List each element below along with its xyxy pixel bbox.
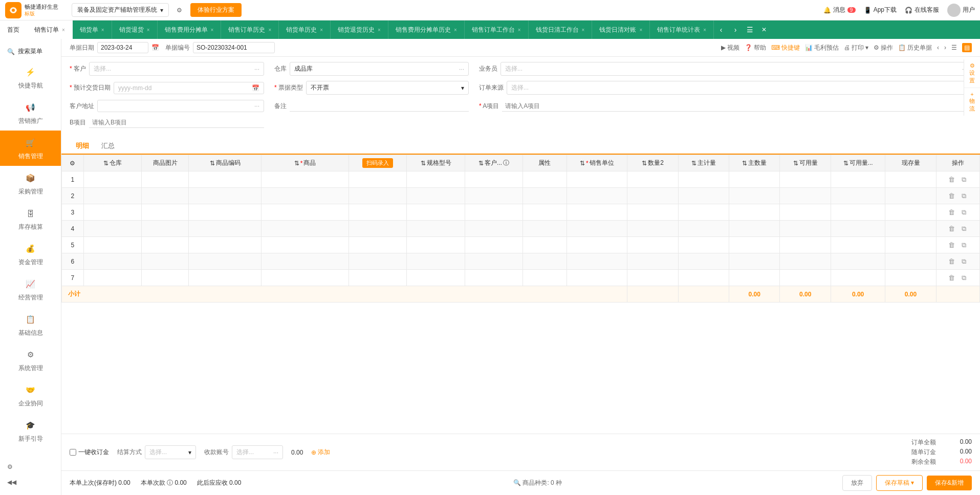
user-item[interactable]: 用户 <box>947 4 975 17</box>
action-video[interactable]: ▶ 视频 <box>721 44 739 52</box>
close-icon[interactable]: × <box>320 27 323 33</box>
th-main-unit[interactable]: ⇅ 主计量 <box>678 155 729 171</box>
sidebar-search[interactable]: 🔍 搜索菜单 <box>0 43 61 60</box>
tab-daily-reconcile[interactable]: 钱货日清对账 × <box>592 20 650 39</box>
one-click-checkbox[interactable] <box>70 449 76 456</box>
account-more-icon[interactable]: ··· <box>273 449 278 456</box>
action-operations[interactable]: ⚙ 操作 <box>874 44 893 52</box>
delete-row-btn[interactable]: 🗑 <box>947 224 957 234</box>
remark-input[interactable] <box>290 101 469 112</box>
th-avail2[interactable]: ⇅ 可用量... <box>831 155 885 171</box>
sidebar-collapse[interactable]: ◀◀ <box>0 475 61 490</box>
sidebar-item-sales[interactable]: 🛒 销售管理 <box>0 131 61 166</box>
calendar2-icon[interactable]: 📅 <box>252 84 259 92</box>
sidebar-item-quicknav[interactable]: ⚡ 快捷导航 <box>0 60 61 95</box>
th-spec[interactable]: ⇅ 规格型号 <box>407 155 465 171</box>
tab-order-stats[interactable]: 销售订单统计表 × <box>650 20 714 39</box>
copy-row-btn[interactable]: ⧉ <box>959 224 969 234</box>
sidebar-item-base[interactable]: 📋 基础信息 <box>0 307 61 342</box>
delete-row-btn[interactable]: 🗑 <box>947 175 957 185</box>
sidebar-item-marketing[interactable]: 📢 营销推广 <box>0 95 61 131</box>
tab-order-history[interactable]: 销售订单历史 × <box>221 20 279 39</box>
right-panel-logistics-btn[interactable]: + 物流 <box>964 88 980 116</box>
address-more-icon[interactable]: ··· <box>254 102 259 110</box>
tab-sales-expense[interactable]: 销售费用分摊单 × <box>158 20 222 39</box>
one-click-checkbox-label[interactable]: 一键收订金 <box>70 448 109 457</box>
b-project-input[interactable] <box>89 117 264 128</box>
payment-method-select[interactable]: 选择... ▾ <box>145 445 196 459</box>
tab-sales-order[interactable]: 销售订单 × <box>27 20 73 39</box>
copy-row-btn[interactable]: ⧉ <box>959 175 969 185</box>
copy-row-btn[interactable]: ⧉ <box>959 240 969 250</box>
close-icon[interactable]: × <box>639 27 642 33</box>
th-product[interactable]: ⇅ *商品 <box>262 155 349 171</box>
tab-expense-history[interactable]: 销售费用分摊单历史 × <box>388 20 465 39</box>
copy-row-btn[interactable]: ⧉ <box>959 273 969 283</box>
grid-view-btn[interactable]: ☰ <box>951 44 957 51</box>
copy-row-btn[interactable]: ⧉ <box>959 256 969 267</box>
warehouse-input[interactable]: 成品库 ··· <box>290 62 469 76</box>
invoice-type-select[interactable]: 不开票 ▾ <box>306 81 469 95</box>
scan-button[interactable]: 扫码录入 <box>362 158 393 168</box>
tab-summary[interactable]: 汇总 <box>95 138 121 154</box>
tab-menu-btn[interactable]: ☰ <box>743 20 757 39</box>
th-product-code[interactable]: ⇅ 商品编码 <box>189 155 262 171</box>
discard-button[interactable]: 放弃 <box>842 475 872 491</box>
close-icon[interactable]: × <box>101 27 104 33</box>
tab-sales-invoice[interactable]: 销货单 × <box>73 20 112 39</box>
action-history[interactable]: 📋 历史单据 <box>898 44 932 52</box>
sidebar-item-inventory[interactable]: 🗄 库存核算 <box>0 201 61 236</box>
staff-input[interactable]: 选择... ··· <box>500 62 972 76</box>
tab-return-history[interactable]: 销货退货历史 × <box>331 20 388 39</box>
close-icon[interactable]: × <box>454 27 457 33</box>
warehouse-more-icon[interactable]: ··· <box>459 66 464 73</box>
sidebar-item-finance[interactable]: 💰 资金管理 <box>0 236 61 272</box>
notification-item[interactable]: 🔔 消息 9 <box>823 6 856 14</box>
tab-daily-workbench[interactable]: 钱货日清工作台 × <box>529 20 593 39</box>
product-count[interactable]: 🔍 商品种类: 0 种 <box>513 479 562 487</box>
copy-row-btn[interactable]: ⧉ <box>959 207 969 218</box>
sidebar-item-system[interactable]: ⚙ 系统管理 <box>0 342 61 378</box>
delete-row-btn[interactable]: 🗑 <box>947 207 957 218</box>
save-new-button[interactable]: 保存&新增 <box>927 476 972 490</box>
action-profit[interactable]: 📊 毛利预估 <box>805 44 839 52</box>
tab-detail[interactable]: 明细 <box>70 138 95 155</box>
tab-next-btn[interactable]: › <box>728 20 743 39</box>
close-icon[interactable]: × <box>62 27 65 33</box>
tab-invoice-history[interactable]: 销货单历史 × <box>279 20 331 39</box>
order-num-input[interactable] <box>193 42 275 53</box>
action-print[interactable]: 🖨 打印 ▾ <box>844 44 868 52</box>
sidebar-settings[interactable]: ⚙ <box>0 459 61 475</box>
sidebar-item-purchase[interactable]: 📦 采购管理 <box>0 166 61 201</box>
th-main-qty[interactable]: ⇅ 主数量 <box>729 155 780 171</box>
close-icon[interactable]: × <box>211 27 214 33</box>
delivery-date-input[interactable]: yyyy-mm-dd 📅 <box>114 82 264 94</box>
a-project-input[interactable] <box>502 101 972 112</box>
th-warehouse[interactable]: ⇅ 仓库 <box>83 155 142 171</box>
close-icon[interactable]: × <box>147 27 150 33</box>
sidebar-item-guide[interactable]: 🎓 新手引导 <box>0 413 61 448</box>
tab-sales-return[interactable]: 销货退货 × <box>112 20 158 39</box>
close-icon[interactable]: × <box>268 27 271 33</box>
sidebar-item-enterprise[interactable]: 🤝 企业协同 <box>0 378 61 413</box>
th-customer-code[interactable]: ⇅ 客户... ⓘ <box>465 155 523 171</box>
nav-prev-btn[interactable]: ‹ <box>937 44 939 51</box>
industry-button[interactable]: 体验行业方案 <box>190 3 242 17</box>
date-input[interactable] <box>97 42 148 53</box>
delete-row-btn[interactable]: 🗑 <box>947 240 957 250</box>
delete-row-btn[interactable]: 🗑 <box>947 191 957 201</box>
th-avail[interactable]: ⇅ 可用量 <box>780 155 831 171</box>
close-icon[interactable]: × <box>703 27 706 33</box>
right-panel-settings-btn[interactable]: ⚙ 设置 <box>964 59 980 88</box>
action-help[interactable]: ❓ 帮助 <box>745 44 766 52</box>
close-icon[interactable]: × <box>518 27 521 33</box>
close-icon[interactable]: × <box>582 27 585 33</box>
sidebar-item-operations[interactable]: 📈 经营管理 <box>0 272 61 307</box>
system-selector[interactable]: 装备及固定资产辅助管理系统 ▾ <box>72 3 169 17</box>
copy-row-btn[interactable]: ⧉ <box>959 191 969 201</box>
th-qty2[interactable]: ⇅ 数量2 <box>627 155 678 171</box>
account-select[interactable]: 选择... ··· <box>232 445 283 459</box>
order-source-input[interactable]: 选择... ▾ <box>507 81 972 95</box>
settings-icon-btn[interactable]: ⚙ <box>172 3 186 17</box>
delete-row-btn[interactable]: 🗑 <box>947 273 957 283</box>
